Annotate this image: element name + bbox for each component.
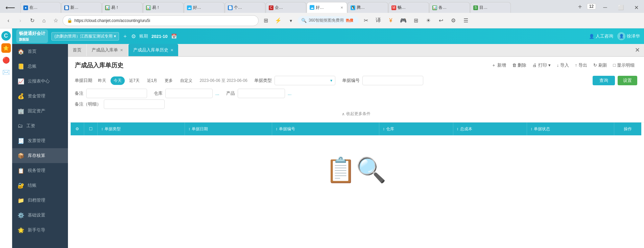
tab-history-close-icon[interactable]: ✕ [170, 48, 173, 52]
minimize-button[interactable]: ─ [597, 3, 613, 12]
add-button[interactable]: ＋ 新增 [489, 61, 509, 70]
search-button[interactable]: 查询 [593, 76, 615, 85]
refresh-button[interactable]: ↻ 刷新 [591, 61, 610, 70]
show-detail-checkbox[interactable]: □ 显示明细 [611, 61, 637, 70]
inner-tab-history[interactable]: 产成品入库单历史 ✕ [128, 44, 178, 56]
app-icon-4[interactable]: ✉️ [1, 68, 11, 77]
date-more[interactable]: 更多 [162, 76, 176, 85]
note-input[interactable] [86, 89, 147, 98]
grid-view-icon[interactable]: ⊞ [410, 15, 421, 26]
import-button[interactable]: ↓ 导入 [554, 61, 572, 70]
browser-tab-2[interactable]: 📄 新… [61, 2, 102, 13]
tab-add-button[interactable]: + [575, 2, 586, 13]
collapse-bar[interactable]: ∧ 收起更多条件 [75, 109, 637, 119]
dropdown-arrow[interactable]: ▾ [285, 15, 296, 26]
lightning-icon[interactable]: ⚡ [273, 15, 284, 26]
store-input[interactable] [165, 89, 213, 98]
browser-tab-9[interactable]: 🐧 腾… [348, 2, 388, 13]
search-bar[interactable]: 🔍 360智能抠图免费用 热搜 [298, 16, 359, 25]
user-service-button[interactable]: 👤 人工咨询 [589, 33, 613, 39]
browser-tab-8[interactable]: ☁ 好… ✕ [307, 2, 347, 13]
browser-tab-3[interactable]: 📊 易！ [102, 2, 143, 13]
grid-icon[interactable]: ⊞ [260, 15, 271, 26]
browser-back-icon[interactable]: ⟵ [5, 3, 15, 12]
app-icon-3[interactable]: 🔴 [1, 55, 11, 65]
scissors-icon[interactable]: ✂ [360, 15, 371, 26]
tab-icon: 🐧 [351, 5, 355, 10]
close-button[interactable]: ✕ [628, 3, 644, 12]
product-more-dots[interactable]: ... [288, 91, 292, 96]
browser-tab-1[interactable]: ● 在… [20, 2, 61, 13]
sidebar-item-总账[interactable]: 📒 总账 [12, 59, 68, 74]
num-input[interactable] [362, 76, 423, 85]
currency-icon[interactable]: ¥ [385, 15, 396, 26]
date-today[interactable]: 今天 [111, 76, 125, 85]
sidebar-item-税务管理[interactable]: 📋 税务管理 [12, 163, 68, 178]
sidebar-item-基础设置[interactable]: ⚙️ 基础设置 [12, 208, 68, 223]
more-icon[interactable]: ↩ [435, 15, 446, 26]
app-icon-2[interactable]: ⭐ [1, 43, 11, 53]
browser-tab-7[interactable]: C 企… [266, 2, 306, 13]
date-7days[interactable]: 近7天 [126, 76, 143, 85]
panel-close-button[interactable]: ✕ [631, 44, 644, 56]
sidebar-item-库存核算[interactable]: 📦 库存核算 [12, 148, 68, 163]
browser-tab-12[interactable]: S 目… [470, 2, 511, 13]
browser-tab-11[interactable]: 📊 各… [429, 2, 470, 13]
inner-tab-list[interactable]: 产成品入库单 ✕ [87, 44, 128, 56]
nav-home-button[interactable]: ⌂ [39, 16, 49, 26]
sidebar-item-工资[interactable]: 🗂 工资 [12, 118, 68, 133]
browser-tab-4[interactable]: 📊 易！ [143, 2, 184, 13]
th-store[interactable]: ↕ 仓库 [379, 122, 453, 135]
th-date[interactable]: ↕ 单据日期 [185, 122, 272, 135]
company-selector[interactable]: (勿删勿禁用）江西服宝测试专用 ▾ [51, 32, 119, 41]
nav-refresh-button[interactable]: ↻ [27, 16, 37, 26]
tab-count-badge: 12 [587, 3, 596, 9]
th-cost[interactable]: ↕ 总成本 [453, 122, 527, 135]
settings-icon[interactable]: ⚙ [448, 15, 459, 26]
store-more-dots[interactable]: ... [215, 91, 219, 96]
browser-tab-6[interactable]: 📄 个… [225, 2, 265, 13]
nav-back-button[interactable]: ‹ [3, 16, 14, 26]
app-icon-1[interactable]: C [1, 31, 11, 41]
th-check[interactable]: ☐ [84, 122, 98, 135]
th-status[interactable]: ↕ 单据状态 [527, 122, 614, 135]
sidebar-item-新手引导[interactable]: 🌟 新手引导 [12, 223, 68, 238]
date-custom[interactable]: 自定义 [177, 76, 195, 85]
delete-button[interactable]: 🗑 删除 [509, 61, 529, 70]
nav-bookmark-button[interactable]: ☆ [51, 16, 61, 26]
type-dropdown[interactable]: ▾ [275, 76, 335, 85]
detail-note-input[interactable] [104, 99, 165, 109]
add-company-button[interactable]: ＋ [122, 33, 128, 40]
sidebar-item-发票管理[interactable]: 🧾 发票管理 [12, 133, 68, 148]
nav-forward-button[interactable]: › [15, 16, 25, 26]
th-gear[interactable]: ⚙ [71, 122, 84, 135]
sidebar-item-首页[interactable]: 🏠 首页 [12, 44, 68, 59]
gamepad-icon[interactable]: 🎮 [398, 15, 409, 26]
sidebar-item-归档管理[interactable]: 📁 归档管理 [12, 193, 68, 208]
settings-header-icon[interactable]: ⚙ [131, 33, 136, 40]
th-type[interactable]: ↕ 单据类型 [98, 122, 185, 135]
theme-icon[interactable]: ☀ [423, 15, 434, 26]
sidebar-item-固定资产[interactable]: 🏢 固定资产 [12, 104, 68, 118]
setting-button[interactable]: 设置 [618, 76, 637, 85]
tab-list-close-icon[interactable]: ✕ [120, 48, 123, 52]
user-avatar[interactable]: 👤 徐泽华 [617, 32, 640, 40]
inner-tab-home[interactable]: 首页 [68, 44, 86, 56]
sidebar-item-资金管理[interactable]: 💰 资金管理 [12, 89, 68, 104]
product-input[interactable] [238, 89, 285, 98]
sidebar-item-云报表中心[interactable]: 📈 云报表中心 [12, 74, 68, 89]
menu-icon[interactable]: ☰ [460, 15, 471, 26]
tab-close-icon[interactable]: ✕ [339, 5, 344, 10]
th-num[interactable]: ↕ 单据编号 [272, 122, 379, 135]
address-bar[interactable]: 🔒 https://cloud.chanjet.com/accounting/u… [63, 15, 259, 26]
sidebar-item-结账[interactable]: 🔐 结账 [12, 178, 68, 193]
export-button[interactable]: ↑ 导出 [572, 61, 590, 70]
date-1month[interactable]: 近1月 [144, 76, 161, 85]
print-button[interactable]: 🖨 打印 ▾ [530, 61, 553, 70]
browser-tab-10[interactable]: M 畅… [388, 2, 429, 13]
calendar-icon[interactable]: 📅 [171, 33, 177, 39]
translate-icon[interactable]: 译 [373, 15, 384, 26]
browser-tab-5[interactable]: ☁ 好… [184, 2, 224, 13]
date-yesterday[interactable]: 昨天 [95, 76, 109, 85]
maximize-button[interactable]: ⬜ [613, 3, 628, 12]
